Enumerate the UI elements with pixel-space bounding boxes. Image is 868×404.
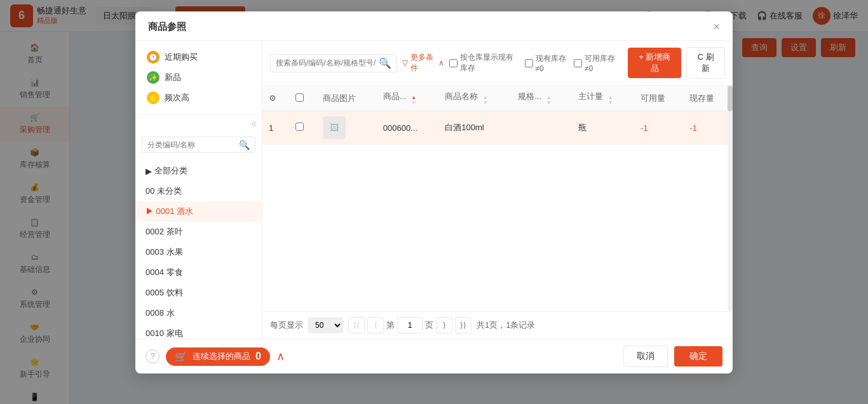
row-index: 1 xyxy=(262,111,289,145)
modal-title: 商品参照 xyxy=(148,21,186,33)
col-stock: 现存量 xyxy=(683,86,733,111)
page-label: 第 xyxy=(386,320,395,331)
pagination-bar: 每页显示 50 100 200 ⟨⟨ ⟨ 第 页 xyxy=(262,311,733,339)
modal-backdrop: 商品参照 × 🕐 近期购买 ✨ xyxy=(0,0,868,404)
product-table-wrap: ⚙ 商品图片 xyxy=(262,86,733,311)
category-0008-label: 0008 水 xyxy=(146,308,175,318)
check-available[interactable] xyxy=(574,59,582,67)
col-image-label: 商品图片 xyxy=(323,93,356,103)
quick-links: 🕐 近期购买 ✨ 新品 ⭐ 频次高 xyxy=(135,47,262,115)
help-icon[interactable]: ? xyxy=(146,349,159,363)
cart-count: 0 xyxy=(255,351,261,362)
check-available-wrap: 可用库存≠0 xyxy=(574,53,618,73)
col-unit-label: 主计量 xyxy=(578,91,603,101)
modal-close-button[interactable]: × xyxy=(713,20,720,34)
modal-header: 商品参照 × xyxy=(135,11,733,41)
modal-body: 🕐 近期购买 ✨ 新品 ⭐ 频次高 xyxy=(135,41,733,339)
category-all[interactable]: ▶ 全部分类 xyxy=(135,161,262,181)
col-unit[interactable]: 主计量 ▲▼ xyxy=(572,86,634,111)
category-0004-label: 0004 零食 xyxy=(146,267,183,277)
col-checkbox xyxy=(289,86,316,111)
row-checkbox xyxy=(289,111,316,145)
col-stock-label: 现存量 xyxy=(689,93,714,103)
check-stock[interactable] xyxy=(525,59,533,67)
prev-page-button[interactable]: ⟨ xyxy=(367,317,384,333)
col-gear: ⚙ xyxy=(262,86,289,111)
filter-label: 更多条件 xyxy=(410,52,436,74)
category-0010-label: 0010 家电 xyxy=(146,328,183,338)
table-scrollbar[interactable] xyxy=(728,86,733,311)
check-available-label: 可用库存≠0 xyxy=(585,53,618,73)
filter-button[interactable]: ▽ 更多条件 ∧ xyxy=(402,52,444,74)
code-sort-icon: ▲▼ xyxy=(411,95,416,105)
category-0003[interactable]: 0003 水果 xyxy=(135,242,262,262)
category-0002[interactable]: 0002 茶叶 xyxy=(135,222,262,242)
check-stock-label: 现有库存≠0 xyxy=(536,53,569,73)
filter-arrow-icon: ∧ xyxy=(438,58,444,67)
col-available-label: 可用量 xyxy=(641,93,665,103)
col-code[interactable]: 商品... ▲▼ xyxy=(377,86,438,111)
category-00-label: 00 未分类 xyxy=(146,186,182,196)
last-page-button[interactable]: ⟩⟩ xyxy=(455,317,471,333)
filter-icon: ▽ xyxy=(402,58,408,67)
all-category-label: 全部分类 xyxy=(154,165,187,177)
page-summary: 共1页，1条记录 xyxy=(477,320,535,331)
right-panel: 🔍 ▽ 更多条件 ∧ 按仓库显示现有库存 xyxy=(262,41,733,339)
category-0004[interactable]: 0004 零食 xyxy=(135,262,262,283)
left-panel: 🕐 近期购买 ✨ 新品 ⭐ 频次高 xyxy=(135,41,262,339)
star-icon: ⭐ xyxy=(147,91,159,104)
category-search-icon[interactable]: 🔍 xyxy=(239,140,250,150)
table-row[interactable]: 1 🖼 xyxy=(262,111,733,145)
col-spec[interactable]: 规格... ▲▼ xyxy=(512,86,572,111)
cart-area[interactable]: 🛒 连续选择的商品 0 xyxy=(166,347,270,366)
category-0005-label: 0005 饮料 xyxy=(146,288,183,297)
select-all-checkbox[interactable] xyxy=(295,93,304,102)
product-search-input[interactable] xyxy=(276,58,376,67)
category-00[interactable]: 00 未分类 xyxy=(135,181,262,201)
category-0001[interactable]: ▶ 0001 酒水 xyxy=(135,201,262,222)
unit-sort-icon: ▲▼ xyxy=(608,95,613,105)
collapse-panel-button[interactable]: « xyxy=(251,118,257,129)
cart-icon: 🛒 xyxy=(175,351,187,363)
per-page-select[interactable]: 50 100 200 xyxy=(308,318,343,333)
check-warehouse-wrap: 按仓库显示现有库存 xyxy=(449,52,520,74)
category-0003-label: 0003 水果 xyxy=(146,247,183,257)
table-settings-icon[interactable]: ⚙ xyxy=(269,93,276,103)
cancel-button[interactable]: 取消 xyxy=(623,346,668,367)
row-stock: -1 xyxy=(683,111,733,145)
new-label: 新品 xyxy=(165,72,181,83)
col-spec-label: 规格... xyxy=(518,91,541,101)
content-area: 查询 设置 刷新 商品参照 × xyxy=(70,32,868,404)
row-select-checkbox[interactable] xyxy=(295,123,304,131)
col-name[interactable]: 商品名称 ▲▼ xyxy=(438,86,512,111)
refresh-button[interactable]: C 刷新 xyxy=(686,47,725,79)
page-input[interactable] xyxy=(397,317,423,333)
recent-icon: 🕐 xyxy=(147,51,159,64)
quick-link-frequent[interactable]: ⭐ 频次高 xyxy=(142,88,255,108)
page-suffix: 页 xyxy=(425,320,433,331)
category-0008[interactable]: 0008 水 xyxy=(135,303,262,323)
check-stock-wrap: 现有库存≠0 xyxy=(525,53,569,73)
modal-footer: ? 🛒 连续选择的商品 0 ∧ 取消 确定 xyxy=(135,339,733,374)
category-0002-label: 0002 茶叶 xyxy=(146,227,183,236)
recent-label: 近期购买 xyxy=(165,51,198,63)
product-search-wrap: 🔍 xyxy=(270,54,397,72)
col-name-label: 商品名称 xyxy=(445,91,478,101)
confirm-button[interactable]: 确定 xyxy=(674,346,722,367)
quick-link-new[interactable]: ✨ 新品 xyxy=(142,67,255,88)
category-0010[interactable]: 0010 家电 xyxy=(135,323,262,339)
category-search-box: 🔍 xyxy=(142,137,255,153)
check-warehouse[interactable] xyxy=(449,59,458,67)
main-layout: 🏠 首页 📊 销售管理 🛒 采购管理 📦 库存核算 💰 资金管理 📋 经营管理 … xyxy=(0,32,868,404)
cart-collapse-icon[interactable]: ∧ xyxy=(276,349,285,363)
quick-link-recent[interactable]: 🕐 近期购买 xyxy=(142,47,255,67)
first-page-button[interactable]: ⟨⟨ xyxy=(348,317,365,333)
next-page-button[interactable]: ⟩ xyxy=(436,317,452,333)
category-search-input[interactable] xyxy=(147,140,236,149)
add-product-button[interactable]: + 新增商品 xyxy=(628,48,681,78)
product-search-icon[interactable]: 🔍 xyxy=(379,57,391,69)
row-code: 000600... xyxy=(377,111,438,145)
category-0005[interactable]: 0005 饮料 xyxy=(135,283,262,303)
all-category-arrow-icon: ▶ xyxy=(146,166,152,176)
product-reference-modal: 商品参照 × 🕐 近期购买 ✨ xyxy=(135,11,733,374)
